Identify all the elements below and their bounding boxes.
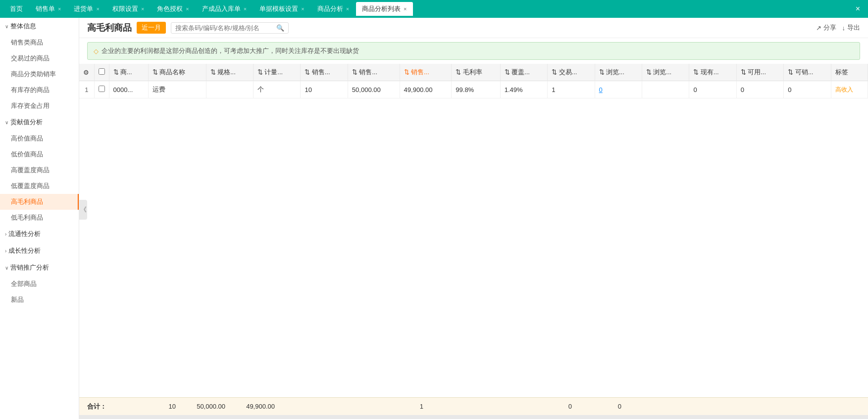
search-input[interactable] — [175, 24, 274, 32]
sidebar-item-all-goods-label: 全部商品 — [11, 280, 37, 287]
col-sales-amount: ⇅ 销售... — [348, 64, 400, 81]
row-sales-qty: 10 — [301, 81, 348, 98]
sidebar-item-traded-goods-label: 交易过的商品 — [11, 54, 50, 62]
export-button[interactable]: ↓ 导出 — [842, 23, 861, 32]
footer-sales-amount: 50,000.00 — [186, 403, 225, 410]
col-transaction: ⇅ 交易... — [548, 64, 595, 81]
col-coverage-label: 覆盖... — [511, 68, 530, 76]
sidebar-item-new-goods-label: 新品 — [11, 296, 24, 303]
main-layout: ∨ 整体信息 销售类商品 交易过的商品 商品分类助销率 有库存的商品 库存资金占… — [0, 18, 868, 419]
tab-product-inbound[interactable]: 产成品入库单 × — [196, 2, 253, 16]
tab-template-label: 单据模板设置 — [259, 4, 298, 13]
row-current-stock: 0 — [689, 81, 736, 98]
sidebar-item-low-coverage-label: 低覆盖度商品 — [11, 182, 50, 189]
sidebar-item-high-coverage[interactable]: 高覆盖度商品 — [0, 162, 79, 178]
col-settings[interactable]: ⚙ — [79, 64, 94, 81]
tab-product-analysis-list-close[interactable]: × — [404, 6, 407, 12]
tab-product-analysis-list-label: 商品分析列表 — [362, 4, 401, 13]
tab-permission-close[interactable]: × — [141, 6, 144, 12]
table-wrapper: ⚙ ⇅ 商... ⇅ 商品名称 — [79, 64, 868, 397]
sidebar-item-in-stock[interactable]: 有库存的商品 — [0, 82, 79, 98]
search-icon[interactable]: 🔍 — [276, 24, 284, 32]
tab-role[interactable]: 角色授权 × — [151, 2, 195, 16]
filter-recent-month-button[interactable]: 近一月 — [137, 22, 166, 34]
top-nav: 首页 销售单 × 进货单 × 权限设置 × 角色授权 × 产成品入库单 × 单据… — [0, 0, 868, 18]
sidebar-item-all-goods[interactable]: 全部商品 — [0, 276, 79, 292]
sidebar-item-sales-goods[interactable]: 销售类商品 — [0, 35, 79, 50]
col-browse1: ⇅ 浏览... — [595, 64, 642, 81]
row-available-stock: 0 — [736, 81, 783, 98]
row-checkbox[interactable] — [99, 86, 105, 92]
action-buttons: ↗ 分享 ↓ 导出 — [816, 23, 861, 32]
sidebar-item-high-value[interactable]: 高价值商品 — [0, 131, 79, 146]
col-code-label: 商... — [120, 68, 132, 76]
col-sales-qty-label: 销售... — [312, 68, 330, 76]
col-transaction-label: 交易... — [559, 68, 577, 76]
sidebar-item-low-value[interactable]: 低价值商品 — [0, 146, 79, 162]
share-label: 分享 — [823, 23, 836, 32]
sidebar-item-low-coverage[interactable]: 低覆盖度商品 — [0, 178, 79, 194]
collapse-icon: 《 — [80, 205, 87, 214]
tab-template-close[interactable]: × — [301, 6, 304, 12]
row-sales-amount: 50,000.00 — [348, 81, 400, 98]
sidebar-group-marketing[interactable]: ∨ 营销推广分析 — [0, 259, 79, 276]
tab-product-analysis-close[interactable]: × — [346, 6, 349, 12]
tab-product-analysis-list[interactable]: 商品分析列表 × — [356, 2, 412, 16]
col-sales-amount-sort-icon: ⇅ — [352, 68, 357, 76]
sidebar-item-high-margin[interactable]: 高毛利商品 — [0, 194, 79, 210]
sidebar-item-low-margin[interactable]: 低毛利商品 — [0, 210, 79, 226]
tab-role-close[interactable]: × — [186, 6, 189, 12]
browse1-link[interactable]: 0 — [599, 86, 603, 93]
row-browse2 — [642, 81, 689, 98]
sidebar-group-contribution[interactable]: ∨ 贡献值分析 — [0, 114, 79, 131]
tab-product-inbound-close[interactable]: × — [244, 6, 247, 12]
col-name-label: 商品名称 — [159, 68, 185, 76]
tab-sales-close[interactable]: × — [58, 6, 61, 12]
row-num: 1 — [79, 81, 94, 98]
share-button[interactable]: ↗ 分享 — [816, 23, 836, 32]
tab-product-analysis[interactable]: 商品分析 × — [311, 2, 355, 16]
tab-sales[interactable]: 销售单 × — [30, 2, 67, 16]
col-sales-profit-sort-icon: ⇅ — [404, 68, 409, 76]
horizontal-scrollbar[interactable] — [79, 415, 868, 419]
col-code-sort-icon: ⇅ — [113, 68, 119, 76]
row-unit: 个 — [254, 81, 301, 98]
tab-purchase[interactable]: 进货单 × — [68, 2, 105, 16]
select-all-checkbox[interactable] — [99, 68, 105, 75]
col-coverage-sort-icon: ⇅ — [505, 68, 510, 76]
sidebar-group-liquidity-label: 流通性分析 — [8, 230, 41, 238]
col-tag: 标签 — [831, 64, 868, 81]
tab-purchase-close[interactable]: × — [96, 6, 99, 12]
close-all-button[interactable]: × — [852, 4, 864, 13]
sidebar-group-overview[interactable]: ∨ 整体信息 — [0, 18, 79, 35]
sidebar-group-growth[interactable]: › 成长性分析 — [0, 242, 79, 259]
col-unit-label: 计量... — [264, 68, 283, 76]
col-available-stock: ⇅ 可用... — [736, 64, 783, 81]
sidebar-item-category-rate[interactable]: 商品分类助销率 — [0, 66, 79, 82]
row-checkbox-cell — [94, 81, 109, 98]
row-browse1: 0 — [595, 81, 642, 98]
tab-home[interactable]: 首页 — [4, 2, 29, 16]
sidebar-item-stock-funds[interactable]: 库存资金占用 — [0, 98, 79, 114]
page-title: 高毛利商品 — [87, 22, 132, 34]
sidebar-item-traded-goods[interactable]: 交易过的商品 — [0, 50, 79, 66]
tab-permission-label: 权限设置 — [112, 4, 138, 13]
sidebar-group-liquidity[interactable]: › 流通性分析 — [0, 226, 79, 242]
row-spec — [206, 81, 253, 98]
tab-permission[interactable]: 权限设置 × — [106, 2, 150, 16]
col-unit: ⇅ 计量... — [254, 64, 301, 81]
collapse-sidebar-button[interactable]: 《 — [79, 200, 87, 220]
overview-arrow-icon: ∨ — [5, 24, 8, 29]
row-gross-margin: 99.8% — [452, 81, 500, 98]
tab-template[interactable]: 单据模板设置 × — [254, 2, 310, 16]
tab-purchase-label: 进货单 — [74, 4, 93, 13]
footer-available-stock: 0 — [582, 403, 621, 410]
col-sales-profit-label: 销售... — [411, 68, 429, 76]
tab-sales-label: 销售单 — [36, 4, 55, 13]
col-name-sort-icon: ⇅ — [153, 68, 158, 76]
col-sales-profit: ⇅ 销售... — [400, 64, 452, 81]
sidebar-item-new-goods[interactable]: 新品 — [0, 292, 79, 308]
col-name: ⇅ 商品名称 — [148, 64, 206, 81]
table-header-row: ⚙ ⇅ 商... ⇅ 商品名称 — [79, 64, 868, 81]
col-sellable-stock-sort-icon: ⇅ — [788, 68, 793, 76]
